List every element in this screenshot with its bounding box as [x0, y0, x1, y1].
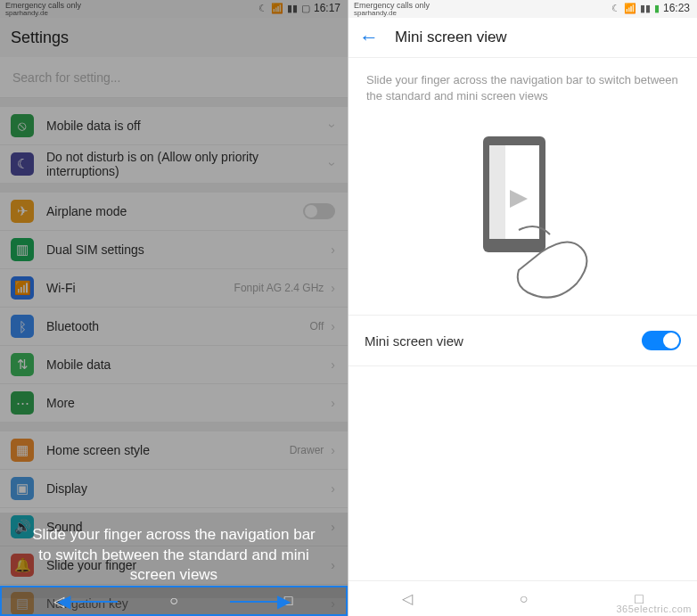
row-label: Mobile data	[46, 357, 331, 372]
row-dualsim[interactable]: ▥ Dual SIM settings ›	[0, 231, 348, 269]
moon-icon: ☾	[611, 3, 620, 14]
status-bar: Emergency calls only sparhandy.de ☾ 📶 ▮▮…	[0, 0, 348, 18]
mobile-data-icon: ⦸	[11, 114, 34, 137]
carrier-sub: sparhandy.de	[354, 10, 430, 17]
illustration	[348, 119, 697, 315]
chevron-right-icon: ›	[331, 357, 335, 372]
row-label: Mobile data is off	[46, 119, 331, 133]
nav-home-icon[interactable]: ○	[520, 591, 529, 607]
row-label: More	[46, 396, 331, 410]
row-mobile-data-off[interactable]: ⦸ Mobile data is off ›	[0, 107, 348, 145]
signal-icon: ▮▮	[287, 3, 298, 14]
row-wifi[interactable]: 📶 Wi-Fi Fonpit AG 2.4 GHz ›	[0, 269, 348, 308]
signal-icon: ▮▮	[640, 3, 651, 14]
hint-arrow-left-icon: ◀	[57, 590, 70, 612]
chevron-right-icon: ›	[331, 281, 335, 295]
toggle-label: Mini screen view	[365, 333, 463, 349]
search-placeholder: Search for setting...	[12, 70, 120, 85]
row-mobile-data[interactable]: ⇅ Mobile data ›	[0, 346, 348, 384]
row-label: Do not disturb is on (Allow only priorit…	[46, 150, 331, 178]
chevron-down-icon: ›	[326, 162, 340, 167]
nav-bar-hint[interactable]: ◀ ◁ ○ □ ▶	[0, 586, 348, 616]
row-value: Drawer	[290, 444, 324, 456]
chevron-right-icon: ›	[331, 481, 335, 496]
mini-title-bar: ← Mini screen view	[348, 18, 697, 57]
search-input[interactable]: Search for setting...	[0, 57, 348, 98]
display-icon: ▣	[11, 477, 34, 500]
battery-icon: ▮	[654, 3, 660, 14]
section-gap	[0, 98, 348, 107]
svg-rect-2	[489, 145, 505, 239]
watermark: 365electric.com	[616, 604, 692, 614]
clock: 16:17	[314, 2, 340, 14]
mini-screen-toggle[interactable]	[642, 331, 681, 350]
settings-title-bar: Settings	[0, 18, 348, 57]
caption-text: Slide your finger across the navigation …	[25, 525, 323, 587]
page-title: Mini screen view	[395, 29, 507, 46]
row-airplane[interactable]: ✈ Airplane mode	[0, 193, 348, 231]
row-label: Dual SIM settings	[46, 242, 331, 257]
row-label: Display	[46, 481, 331, 496]
phone-settings: Emergency calls only sparhandy.de ☾ 📶 ▮▮…	[0, 0, 348, 616]
home-icon: ▦	[11, 439, 34, 462]
row-display[interactable]: ▣ Display ›	[0, 470, 348, 508]
row-label: Airplane mode	[46, 204, 303, 218]
hint-line	[230, 601, 278, 603]
chevron-down-icon: ›	[326, 124, 340, 128]
nav-back-icon[interactable]: ◁	[402, 590, 413, 607]
description-text: Slide your finger across the navigation …	[348, 57, 697, 119]
row-more[interactable]: ⋯ More ›	[0, 384, 348, 423]
back-button[interactable]: ←	[359, 26, 379, 49]
row-value: Fonpit AG 2.4 GHz	[234, 282, 324, 294]
airplane-icon: ✈	[11, 200, 34, 223]
row-value: Off	[310, 320, 324, 333]
bluetooth-icon: ᛒ	[11, 315, 34, 338]
battery-icon: ▢	[301, 3, 310, 14]
phone-mini-screen: Emergency calls only sparhandy.de ☾ 📶 ▮▮…	[348, 0, 697, 616]
chevron-right-icon: ›	[331, 396, 335, 410]
dnd-icon: ☾	[11, 152, 34, 176]
airplane-toggle[interactable]	[303, 203, 335, 219]
nav-home-icon[interactable]: ○	[117, 593, 232, 609]
chevron-right-icon: ›	[331, 242, 335, 257]
status-bar: Emergency calls only sparhandy.de ☾ 📶 ▮▮…	[348, 0, 697, 18]
row-label: Bluetooth	[46, 319, 310, 333]
mini-screen-toggle-row[interactable]: Mini screen view	[348, 315, 697, 366]
row-home-style[interactable]: ▦ Home screen style Drawer ›	[0, 431, 348, 470]
sim-icon: ▥	[11, 238, 34, 261]
carrier-sub: sparhandy.de	[5, 10, 81, 17]
section-gap	[0, 184, 348, 193]
row-label: Wi-Fi	[46, 281, 234, 295]
row-dnd[interactable]: ☾ Do not disturb is on (Allow only prior…	[0, 145, 348, 184]
hint-arrow-right-icon: ▶	[277, 590, 291, 612]
wifi-icon: 📶	[624, 3, 636, 14]
wifi-icon: 📶	[11, 276, 34, 300]
hint-line	[70, 601, 118, 603]
chevron-right-icon: ›	[331, 319, 335, 333]
section-gap	[0, 423, 348, 431]
chevron-right-icon: ›	[331, 443, 335, 457]
row-bluetooth[interactable]: ᛒ Bluetooth Off ›	[0, 308, 348, 346]
row-label: Home screen style	[46, 443, 290, 457]
hand-phone-illustration	[434, 127, 612, 306]
moon-icon: ☾	[258, 3, 267, 14]
data-icon: ⇅	[11, 353, 34, 376]
clock: 16:23	[663, 2, 690, 14]
page-title: Settings	[11, 29, 69, 47]
wifi-icon: 📶	[271, 3, 283, 14]
more-icon: ⋯	[11, 391, 34, 415]
